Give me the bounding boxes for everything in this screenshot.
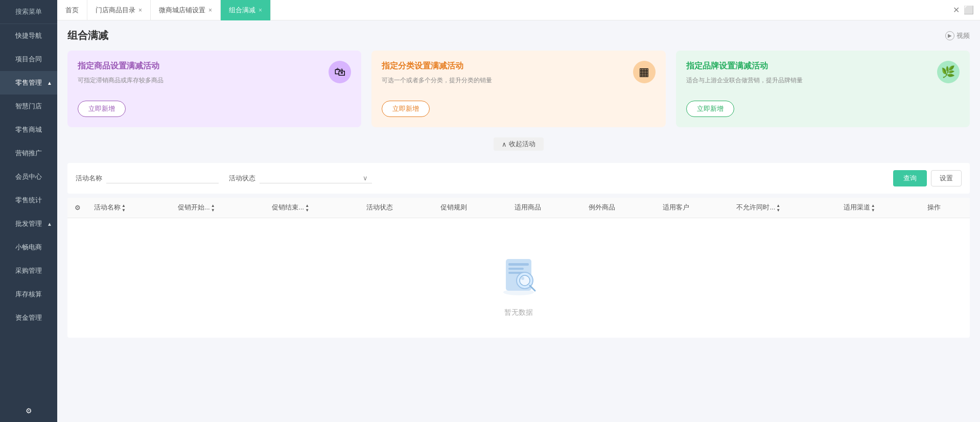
activity-name-input[interactable]: [106, 173, 219, 183]
tab-label: 微商城店铺设置: [159, 0, 205, 20]
card-desc-category-card: 可选一个或者多个分类，提升分类的销量: [382, 76, 655, 92]
chevron-up-icon: ∧: [502, 140, 507, 148]
settings-col-icon[interactable]: ⚙: [75, 204, 81, 212]
sidebar-search[interactable]: 搜索菜单: [0, 0, 57, 24]
tab-store-catalog[interactable]: 门店商品目录×: [87, 0, 151, 20]
sort-icon-name: ▲▼: [122, 203, 126, 213]
col-rule: 促销规则: [434, 198, 508, 218]
svg-rect-2: [508, 263, 529, 266]
sidebar-item-label: 采购管理: [15, 266, 42, 275]
empty-state: 暂无数据: [67, 218, 970, 338]
filter-status-label: 活动状态: [229, 174, 255, 183]
table-container: ⚙活动名称▲▼促销开始...▲▼促销结束...▲▼活动状态促销规则适用商品例外商…: [67, 198, 970, 338]
sidebar-item-inventory[interactable]: 库存核算: [0, 283, 57, 306]
sort-icon-end: ▲▼: [305, 203, 309, 213]
card-icon-product-card: 🛍: [329, 61, 351, 83]
sidebar-item-label: 零售统计: [15, 196, 42, 205]
video-link-label: 视频: [956, 31, 970, 40]
play-circle-icon: ▶: [945, 31, 954, 40]
filter-name: 活动名称: [76, 173, 219, 183]
sidebar-item-finance[interactable]: 资金管理: [0, 306, 57, 330]
empty-illustration: [493, 249, 544, 300]
collapse-label: 收起活动: [509, 139, 535, 149]
sidebar-item-project-contract[interactable]: 项目合同: [0, 48, 57, 71]
activity-card-product-card: 🛍指定商品设置满减活动可指定滞销商品或库存较多商品立即新增: [67, 51, 361, 127]
sidebar-item-label: 快捷导航: [15, 31, 42, 40]
tab-wechat-shop[interactable]: 微商城店铺设置×: [151, 0, 221, 20]
sidebar-item-label: 智慧门店: [15, 102, 42, 111]
sidebar-item-member-center[interactable]: 会员中心: [0, 165, 57, 189]
card-btn-product-card[interactable]: 立即新增: [78, 101, 126, 117]
tab-label: 门店商品目录: [96, 0, 135, 20]
sort-icon-not-allow: ▲▼: [776, 203, 780, 213]
sidebar: 搜索菜单 快捷导航项目合同零售管理▲智慧门店零售商城营销推广会员中心零售统计批发…: [0, 0, 57, 422]
sidebar-item-label: 营销推广: [15, 149, 42, 158]
sidebar-item-retail-stats[interactable]: 零售统计: [0, 189, 57, 212]
collapse-bar: ∧ 收起活动: [67, 133, 970, 155]
card-icon-brand-card: 🌿: [937, 61, 960, 83]
activity-cards: 🛍指定商品设置满减活动可指定滞销商品或库存较多商品立即新增▦指定分类设置满减活动…: [67, 51, 970, 127]
col-status: 活动状态: [360, 198, 434, 218]
query-button[interactable]: 查询: [893, 170, 927, 186]
sidebar-item-label: 库存核算: [15, 290, 42, 299]
col-not-allow[interactable]: 不允许同时...▲▼: [730, 198, 837, 218]
col-end[interactable]: 促销结束...▲▼: [266, 198, 360, 218]
activity-card-category-card: ▦指定分类设置满减活动可选一个或者多个分类，提升分类的销量立即新增: [371, 51, 665, 127]
sidebar-item-marketing[interactable]: 营销推广: [0, 142, 57, 165]
sidebar-item-quick-nav[interactable]: 快捷导航: [0, 24, 57, 48]
card-desc-brand-card: 适合与上游企业联合做营销，提升品牌销量: [686, 76, 960, 92]
col-name[interactable]: 活动名称▲▼: [88, 198, 172, 218]
main-area: 首页门店商品目录×微商城店铺设置×组合满减× ✕ ⬜ 组合满减 ▶ 视频 🛍指定…: [57, 0, 980, 422]
sidebar-item-label: 零售商城: [15, 125, 42, 134]
expand-arrow-icon: ▲: [47, 80, 52, 86]
col-actions: 操作: [921, 198, 970, 218]
sidebar-item-mini-ecommerce[interactable]: 小畅电商: [0, 236, 57, 259]
card-title-product-card: 指定商品设置满减活动: [78, 61, 351, 72]
col-customer: 适用客户: [657, 198, 731, 218]
video-link[interactable]: ▶ 视频: [945, 31, 970, 40]
tab-label: 组合满减: [229, 0, 255, 20]
col-except: 例外商品: [582, 198, 657, 218]
card-btn-category-card[interactable]: 立即新增: [382, 101, 430, 117]
settings-icon: ⚙: [26, 407, 32, 415]
tab-home[interactable]: 首页: [57, 0, 87, 20]
filter-name-label: 活动名称: [76, 174, 102, 183]
tab-close-icon[interactable]: ×: [259, 0, 262, 20]
filter-status: 活动状态 ∨: [229, 173, 372, 183]
sidebar-item-smart-store[interactable]: 智慧门店: [0, 95, 57, 118]
tab-combo-discount[interactable]: 组合满减×: [221, 0, 271, 20]
sidebar-item-label: 资金管理: [15, 313, 42, 322]
setting-button[interactable]: 设置: [931, 170, 962, 186]
card-btn-brand-card[interactable]: 立即新增: [686, 101, 734, 117]
sidebar-item-label: 项目合同: [15, 55, 42, 64]
sidebar-settings[interactable]: ⚙: [0, 400, 57, 422]
filter-bar: 活动名称 活动状态 ∨ 查询 设置: [67, 163, 970, 194]
sidebar-item-retail-mgmt[interactable]: 零售管理▲: [0, 71, 57, 95]
sidebar-item-retail-mall[interactable]: 零售商城: [0, 118, 57, 142]
card-icon-category-card: ▦: [633, 61, 656, 83]
col-channel[interactable]: 适用渠道▲▼: [837, 198, 921, 218]
sidebar-item-wholesale-mgmt[interactable]: 批发管理▲: [0, 212, 57, 236]
svg-point-6: [520, 275, 530, 286]
activity-card-brand-card: 🌿指定品牌设置满减活动适合与上游企业联合做营销，提升品牌销量立即新增: [676, 51, 970, 127]
tabbar: 首页门店商品目录×微商城店铺设置×组合满减× ✕ ⬜: [57, 0, 980, 20]
card-title-category-card: 指定分类设置满减活动: [382, 61, 655, 72]
tab-close-icon[interactable]: ×: [208, 0, 212, 20]
maximize-window-button[interactable]: ⬜: [964, 5, 974, 15]
tab-close-icon[interactable]: ×: [138, 0, 142, 20]
activity-table: ⚙活动名称▲▼促销开始...▲▼促销结束...▲▼活动状态促销规则适用商品例外商…: [67, 198, 970, 218]
col-start[interactable]: 促销开始...▲▼: [172, 198, 266, 218]
activity-status-select[interactable]: ∨: [260, 173, 372, 183]
tab-actions: ✕ ⬜: [947, 5, 980, 15]
page-header: 组合满减 ▶ 视频: [67, 29, 970, 42]
sidebar-item-label: 零售管理: [15, 78, 42, 87]
col-settings: ⚙: [67, 198, 88, 218]
sort-icon-start: ▲▼: [211, 203, 215, 213]
collapse-button[interactable]: ∧ 收起活动: [494, 137, 544, 151]
search-menu-label: 搜索菜单: [15, 8, 42, 15]
page-content: 组合满减 ▶ 视频 🛍指定商品设置满减活动可指定滞销商品或库存较多商品立即新增▦…: [57, 20, 980, 422]
close-window-button[interactable]: ✕: [953, 5, 960, 15]
filter-actions: 查询 设置: [893, 170, 962, 186]
sidebar-item-purchase-mgmt[interactable]: 采购管理: [0, 259, 57, 283]
sidebar-item-label: 会员中心: [15, 172, 42, 181]
